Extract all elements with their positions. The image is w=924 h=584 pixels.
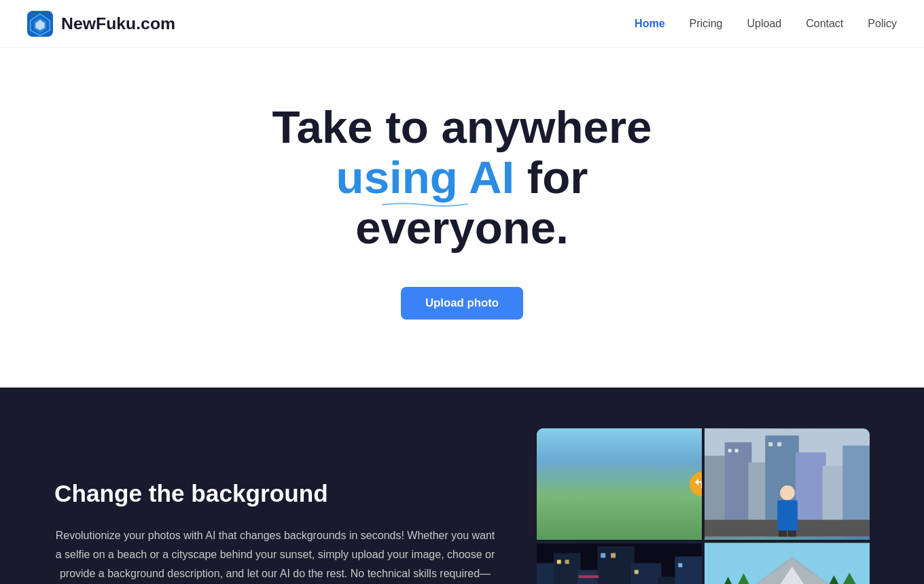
- logo-link[interactable]: NewFuku.com: [27, 11, 175, 37]
- dark-section: Change the background Revolutionize your…: [0, 388, 924, 584]
- dark-heading: Change the background: [54, 480, 496, 507]
- demo-photo-3: [537, 543, 702, 584]
- demo-photo-1: [537, 428, 702, 540]
- svg-rect-31: [777, 500, 798, 531]
- svg-rect-12: [564, 466, 584, 489]
- nav-policy[interactable]: Policy: [868, 18, 897, 29]
- svg-rect-32: [779, 530, 787, 536]
- svg-marker-8: [537, 462, 618, 489]
- svg-rect-4: [537, 428, 702, 489]
- hero-title: Take to anywhere using AI for everyone.: [27, 102, 897, 253]
- demo-scene-4: [705, 543, 870, 584]
- nav-pricing[interactable]: Pricing: [690, 18, 723, 29]
- nav-contact[interactable]: Contact: [806, 18, 843, 29]
- svg-rect-10: [537, 489, 702, 536]
- svg-rect-44: [601, 553, 605, 557]
- upload-photo-button[interactable]: Upload photo: [401, 287, 523, 320]
- hero-ai-text: using AI: [336, 152, 515, 203]
- svg-point-30: [780, 485, 795, 500]
- logo-icon: [27, 11, 53, 37]
- svg-rect-43: [565, 560, 569, 564]
- svg-rect-27: [768, 442, 772, 446]
- svg-rect-25: [728, 449, 732, 452]
- svg-rect-42: [557, 560, 561, 564]
- svg-rect-48: [578, 575, 599, 578]
- hero-section: Take to anywhere using AI for everyone. …: [0, 48, 924, 388]
- svg-rect-14: [608, 483, 631, 518]
- svg-rect-38: [597, 546, 635, 584]
- hero-for-text: for: [527, 152, 588, 203]
- hero-everyone-text: everyone.: [355, 202, 569, 253]
- transform-arrows: [690, 472, 702, 496]
- nav-upload[interactable]: Upload: [747, 18, 781, 29]
- dark-description: Revolutionize your photos with AI that c…: [54, 526, 496, 584]
- svg-rect-16: [620, 517, 630, 536]
- svg-rect-26: [735, 449, 739, 452]
- arrows-icon: [694, 476, 702, 492]
- demo-scene-2: [705, 428, 870, 537]
- svg-rect-11: [544, 473, 561, 489]
- navbar: NewFuku.com Home Pricing Upload Contact …: [0, 0, 924, 48]
- svg-marker-9: [590, 459, 698, 489]
- svg-point-13: [611, 466, 628, 483]
- svg-rect-28: [777, 442, 781, 446]
- demo-photo-4: [705, 543, 870, 584]
- svg-rect-15: [609, 517, 619, 536]
- hero-title-line1: Take to anywhere: [272, 101, 652, 152]
- dark-text-area: Change the background Revolutionize your…: [54, 480, 496, 584]
- demo-scene-3: [537, 543, 702, 584]
- logo-text: NewFuku.com: [61, 14, 175, 33]
- nav-links: Home Pricing Upload Contact Policy: [635, 18, 897, 30]
- svg-point-5: [554, 439, 601, 459]
- svg-point-6: [578, 437, 611, 453]
- svg-point-7: [631, 434, 672, 450]
- nav-home[interactable]: Home: [635, 18, 664, 29]
- svg-rect-47: [678, 563, 682, 567]
- svg-rect-33: [788, 530, 796, 536]
- svg-rect-45: [611, 553, 616, 557]
- background-change-demo: [537, 428, 870, 584]
- svg-rect-46: [635, 570, 639, 574]
- demo-scene-1: [537, 428, 702, 537]
- svg-rect-36: [554, 553, 581, 584]
- demo-photo-2: [705, 428, 870, 540]
- svg-rect-41: [675, 556, 702, 584]
